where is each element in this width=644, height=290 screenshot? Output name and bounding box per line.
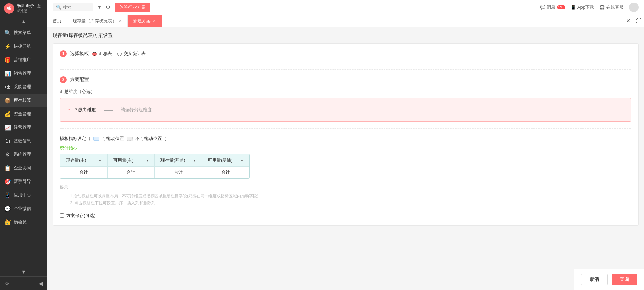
- tab-home[interactable]: 首页: [47, 15, 67, 27]
- sidebar-item-sales[interactable]: 📊 销售管理: [0, 67, 47, 80]
- tab-new-plan[interactable]: 新建方案 ✕: [128, 15, 162, 27]
- indicator-section: 模板指标设定（ 可拖动位置 不可拖动位置 ） 统计指标 现存量(主) ▼: [60, 136, 631, 207]
- summary-radio[interactable]: [92, 52, 97, 56]
- purchase-icon: 🛍: [5, 84, 11, 90]
- sidebar-item-label: 系统管理: [14, 151, 31, 158]
- sidebar-item-marketing[interactable]: 🎁 营销推广: [0, 53, 47, 67]
- col3-header[interactable]: 现存量(基辅) ▼: [155, 154, 202, 166]
- col1-header[interactable]: 现存量(主) ▼: [60, 154, 107, 166]
- sidebar-item-label: 企业协同: [14, 165, 31, 171]
- draggable-badge: [93, 137, 99, 141]
- dimension-placeholder: 请选择分组维度: [121, 107, 152, 113]
- query-button[interactable]: 查询: [612, 274, 637, 285]
- save-checkbox[interactable]: [60, 213, 64, 218]
- main-card: 1 选择模板 汇总表 交叉统计表: [53, 43, 639, 226]
- sidebar-scroll-up[interactable]: ▲: [0, 17, 47, 26]
- tabs-bar: 首页 现存量（库存状况表） ✕ 新建方案 ✕ ✕ ⛶: [47, 15, 644, 27]
- sidebar-scroll-down[interactable]: ▼: [0, 268, 47, 276]
- sidebar-item-search[interactable]: 🔍 搜索菜单: [0, 26, 47, 40]
- template-crosstab-option[interactable]: 交叉统计表: [117, 51, 146, 57]
- message-label: 消息: [547, 4, 555, 10]
- page-title: 现存量(库存状况表)方案设置: [53, 32, 639, 39]
- indicator-setting-label: 模板指标设定（ 可拖动位置 不可拖动位置 ）: [60, 136, 631, 142]
- sidebar-item-shortcut[interactable]: ⚡ 快捷导航: [0, 40, 47, 53]
- sidebar-item-label: 畅会员: [14, 219, 27, 225]
- inventory-icon: 📦: [5, 97, 11, 103]
- crosstab-radio[interactable]: [117, 52, 122, 56]
- summary-label: 汇总表: [99, 51, 112, 57]
- brand-area: 畅 畅康通好生意 标准版: [0, 0, 47, 17]
- section1-title: 选择模板: [70, 51, 89, 57]
- sidebar-item-app[interactable]: 📱 应用中心: [0, 188, 47, 202]
- sidebar-item-purchase[interactable]: 🛍 采购管理: [0, 80, 47, 94]
- support-icon: 🎧: [599, 5, 605, 10]
- new-plan-tab-close[interactable]: ✕: [153, 19, 156, 23]
- sidebar-footer: ⚙ ◀: [0, 276, 47, 290]
- section2-title: 方案配置: [70, 77, 89, 83]
- online-support-label: 在线客服: [606, 4, 624, 10]
- col4-header[interactable]: 可用量(基辅) ▼: [202, 154, 249, 166]
- sales-icon: 📊: [5, 70, 11, 76]
- window-expand-btn[interactable]: ⛶: [633, 17, 644, 25]
- brand-edition: 标准版: [17, 9, 41, 14]
- cancel-button[interactable]: 取消: [581, 274, 608, 285]
- wechat-icon: 💬: [5, 206, 11, 212]
- template-radio-group: 汇总表 交叉统计表: [92, 51, 146, 57]
- sidebar-item-label: 快捷导航: [14, 43, 31, 49]
- sidebar-item-basic[interactable]: 🗂 基础信息: [0, 134, 47, 148]
- required-star: *: [68, 107, 70, 113]
- col4-data: 合计: [202, 166, 249, 178]
- message-badge: 99+: [557, 5, 565, 9]
- app-icon: 📱: [5, 192, 11, 198]
- search-icon-header: 🔍: [56, 5, 61, 10]
- col4-chevron[interactable]: ▼: [240, 159, 244, 162]
- section2-number: 2: [60, 76, 67, 83]
- main-area: 🔍 ▼ ⚙ 体验行业方案 💬 消息 99+ 📱 App下载 🎧 在线客服: [47, 0, 644, 290]
- enterprise-icon: 📋: [5, 165, 11, 171]
- dimension-box[interactable]: * * 纵向维度 —— 请选择分组维度: [60, 98, 631, 122]
- tip1-text: 1.拖动标题栏可以调整布局，不可跨维度或指标区域拖动栏目字段(只能在同一维度或指…: [60, 193, 631, 200]
- inventory-tab-close[interactable]: ✕: [119, 19, 122, 23]
- col2-header[interactable]: 可用量(主) ▼: [107, 154, 155, 166]
- sidebar-item-inventory[interactable]: 📦 库存核算: [0, 94, 47, 107]
- footer-buttons: 取消 查询: [574, 269, 644, 290]
- template-section: 1 选择模板 汇总表 交叉统计表: [60, 50, 631, 70]
- header-settings-btn[interactable]: ⚙: [106, 4, 110, 10]
- message-icon: 💬: [540, 5, 545, 10]
- sidebar-item-wechat[interactable]: 💬 企业微信: [0, 202, 47, 215]
- sidebar-item-system[interactable]: ⚙ 系统管理: [0, 148, 47, 161]
- window-close-btn[interactable]: ✕: [623, 16, 633, 25]
- col2-chevron[interactable]: ▼: [146, 159, 149, 162]
- tip-label: 提示：: [60, 184, 631, 191]
- sidebar-item-label: 新手引导: [14, 178, 31, 185]
- search-box: 🔍: [53, 3, 93, 11]
- search-input[interactable]: [63, 5, 90, 10]
- header-right: 💬 消息 99+ 📱 App下载 🎧 在线客服: [540, 3, 639, 12]
- sidebar-item-newbie[interactable]: 🎯 新手引导: [0, 175, 47, 188]
- sidebar-item-label: 经营管理: [14, 124, 31, 130]
- agg-dimension-label: 汇总维度（必选）: [60, 89, 631, 95]
- sidebar-settings-btn[interactable]: ⚙: [5, 280, 9, 287]
- section1-number: 1: [60, 50, 67, 57]
- stats-table-header-row: 现存量(主) ▼ 可用量(主) ▼ 现存量(基辅) ▼ 可用量(基辅): [60, 154, 249, 166]
- sidebar-item-member[interactable]: 👑 畅会员: [0, 215, 47, 229]
- app-download-action[interactable]: 📱 App下载: [571, 4, 594, 10]
- new-plan-tab-label: 新建方案: [133, 18, 151, 24]
- col3-chevron[interactable]: ▼: [193, 159, 196, 162]
- online-support-action[interactable]: 🎧 在线客服: [599, 4, 624, 10]
- message-action[interactable]: 💬 消息 99+: [540, 4, 565, 10]
- sidebar-item-enterprise[interactable]: 📋 企业协同: [0, 161, 47, 175]
- top-header: 🔍 ▼ ⚙ 体验行业方案 💬 消息 99+ 📱 App下载 🎧 在线客服: [47, 0, 644, 15]
- dimension-divider: ——: [104, 107, 113, 113]
- header-dropdown-icon[interactable]: ▼: [97, 5, 102, 10]
- sidebar-item-label: 销售管理: [14, 70, 31, 76]
- tab-inventory-status[interactable]: 现存量（库存状况表） ✕: [67, 15, 128, 27]
- col1-chevron[interactable]: ▼: [98, 159, 102, 162]
- trial-button[interactable]: 体验行业方案: [115, 3, 150, 12]
- sidebar-item-operations[interactable]: 📈 经营管理: [0, 121, 47, 134]
- template-summary-option[interactable]: 汇总表: [92, 51, 112, 57]
- sidebar-collapse-btn[interactable]: ◀: [39, 280, 43, 287]
- sidebar-item-finance[interactable]: 💰 资金管理: [0, 107, 47, 121]
- crosstab-label: 交叉统计表: [124, 51, 146, 57]
- user-avatar[interactable]: [629, 3, 639, 12]
